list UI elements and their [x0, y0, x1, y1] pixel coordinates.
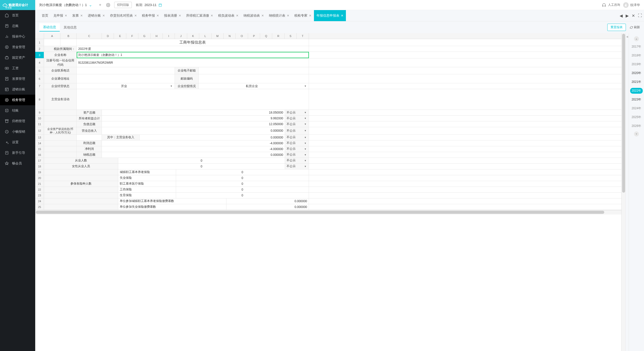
year-up-icon[interactable]: ▲ — [634, 36, 639, 41]
nav-item-ledger[interactable]: 总账 — [0, 21, 35, 31]
col-header[interactable]: G — [138, 33, 150, 39]
close-icon[interactable]: ✕ — [134, 14, 137, 17]
publish-select[interactable]: 不公示▼ — [285, 141, 309, 146]
tab-close-all-icon[interactable]: ✕ — [632, 13, 635, 18]
close-icon[interactable]: ✕ — [179, 14, 181, 17]
close-icon[interactable]: ✕ — [287, 14, 289, 17]
close-icon[interactable]: ✕ — [341, 14, 343, 17]
col-header[interactable]: N — [224, 33, 236, 39]
tab[interactable]: 纳税波动表✕ — [241, 10, 266, 21]
fin-value[interactable]: 9.992000 — [102, 116, 285, 121]
col-header[interactable]: M — [212, 33, 224, 39]
col-header[interactable]: T — [297, 33, 309, 39]
year-item[interactable]: 2019年 — [630, 61, 643, 67]
reg-code-cell[interactable]: 91320811MA7NGR2W6R — [77, 58, 309, 67]
nav-item-invoice[interactable]: 发票管理 — [0, 74, 35, 84]
gear-icon[interactable] — [106, 3, 110, 7]
fin-value[interactable]: -4.000000 — [102, 141, 285, 146]
col-header[interactable]: H — [151, 33, 163, 39]
nav-item-home[interactable]: 首页 — [0, 10, 35, 21]
tab[interactable]: 税检专家✕ — [292, 10, 314, 21]
headset-icon[interactable] — [602, 3, 606, 7]
col-header[interactable]: F — [126, 33, 138, 39]
tab[interactable]: 税务申报✕ — [139, 10, 162, 21]
close-icon[interactable]: ✕ — [65, 14, 67, 17]
nav-item-settings[interactable]: 设置 — [0, 137, 35, 148]
year-item[interactable]: 2021年 — [630, 79, 643, 85]
postal-cell[interactable] — [199, 74, 309, 83]
base-value[interactable]: 0.000000 — [226, 204, 309, 210]
close-icon[interactable]: ✕ — [261, 14, 264, 17]
close-icon[interactable]: ✕ — [102, 14, 105, 17]
year-item[interactable]: 2020年 — [630, 70, 643, 76]
row-header[interactable]: 13 — [35, 135, 44, 140]
publish-select[interactable]: 不公示▼ — [285, 110, 309, 115]
email-cell[interactable] — [199, 67, 309, 74]
col-header[interactable]: B — [60, 33, 77, 39]
insurance-value[interactable]: 0 — [176, 181, 309, 187]
nav-item-asset[interactable]: 固定资产 — [0, 52, 35, 63]
row-header[interactable]: 7 — [35, 83, 44, 89]
fullscreen-icon[interactable]: ⛶ — [638, 13, 642, 18]
address-cell[interactable] — [77, 74, 175, 83]
col-header[interactable]: C — [77, 33, 102, 39]
nav-item-fund[interactable]: 资金管理 — [0, 42, 35, 52]
tab[interactable]: 首页 — [39, 10, 51, 21]
publish-select[interactable]: 不公示▼ — [285, 127, 309, 134]
publish-select[interactable]: 不公示▼ — [285, 164, 309, 169]
spreadsheet[interactable]: ABCDEFGHIJKLMNOPQRST1工商年报信息表2税款所属期间：2022… — [35, 33, 621, 351]
row-header[interactable]: 9 — [35, 110, 44, 115]
row-header[interactable]: 14 — [35, 141, 44, 146]
support-label[interactable]: 人工咨询 — [608, 3, 620, 7]
base-value[interactable]: 0.000000 — [226, 198, 309, 204]
nav-item-chart[interactable]: 报表中心 — [0, 31, 35, 42]
fin-value[interactable]: 0.000000 — [102, 127, 285, 134]
col-header[interactable]: I — [163, 33, 175, 39]
tab-next-icon[interactable]: ▶ — [626, 13, 629, 18]
insurance-value[interactable]: 0 — [176, 169, 309, 175]
col-header[interactable]: P — [248, 33, 260, 39]
phone-cell[interactable] — [77, 67, 175, 74]
tab[interactable]: 存货别名对照表✕ — [107, 10, 139, 21]
status-select[interactable]: 开业▼ — [77, 83, 175, 89]
close-icon[interactable]: ✕ — [211, 14, 213, 17]
close-icon[interactable]: ✕ — [80, 14, 83, 17]
calendar-icon[interactable] — [158, 3, 162, 7]
nav-item-vip[interactable]: 畅会员 — [0, 158, 35, 169]
year-item[interactable]: 2018年 — [630, 53, 643, 58]
row-header[interactable]: 5 — [35, 67, 44, 74]
row-header[interactable]: 18 — [35, 164, 44, 169]
row-header[interactable]: 19 — [35, 169, 44, 175]
user-name[interactable]: 徐泽华 — [630, 3, 640, 7]
row-header[interactable]: 20 — [35, 175, 44, 181]
publish-select[interactable]: 不公示▼ — [285, 135, 309, 140]
col-header[interactable]: S — [285, 33, 297, 39]
sub-tab-other[interactable]: 其他信息 — [60, 23, 80, 31]
row-header[interactable]: 11 — [35, 121, 44, 127]
fin-subvalue[interactable]: 0.000000 — [140, 135, 285, 140]
mainbiz-cell[interactable] — [77, 89, 309, 110]
nav-item-guide[interactable]: 新手引导 — [0, 148, 35, 158]
tab[interactable]: 所得税汇算清缴✕ — [184, 10, 216, 21]
reset-button[interactable]: 重置报表 — [607, 24, 626, 31]
close-icon[interactable]: ✕ — [309, 14, 311, 17]
tab[interactable]: 兑申报✕ — [51, 10, 70, 21]
tab[interactable]: 进销台账✕ — [85, 10, 107, 21]
publish-select[interactable]: 不公示▼ — [285, 158, 309, 163]
row-header[interactable]: 12 — [35, 127, 44, 134]
col-header[interactable]: O — [236, 33, 248, 39]
row-header[interactable]: 2 — [35, 46, 44, 52]
refresh-button[interactable]: 刷新 — [630, 25, 640, 29]
publish-select[interactable]: 不公示▼ — [285, 146, 309, 152]
tab[interactable]: 报表清册✕ — [162, 10, 184, 21]
row-header[interactable]: 15 — [35, 146, 44, 152]
col-header[interactable]: E — [114, 33, 126, 39]
vertical-scrollbar[interactable] — [621, 33, 625, 351]
insurance-value[interactable]: 0 — [176, 193, 309, 198]
switch-old-button[interactable]: 切到旧版 — [114, 2, 132, 8]
tab[interactable]: 纳税统计表✕ — [266, 10, 292, 21]
plus-icon[interactable]: ＋ — [98, 2, 102, 8]
row-header[interactable]: 24 — [35, 198, 44, 204]
fin-value[interactable]: 12.050000 — [102, 121, 285, 127]
row-header[interactable]: 6 — [35, 74, 44, 83]
